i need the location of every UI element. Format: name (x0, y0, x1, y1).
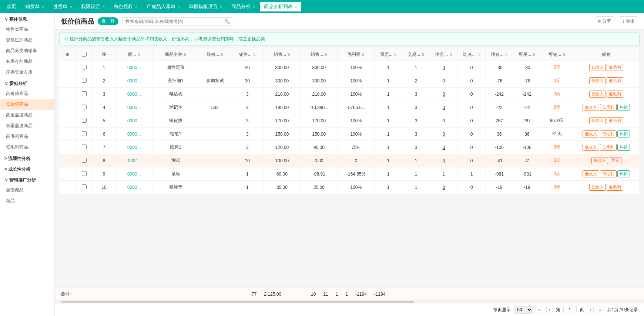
prev-page-button[interactable]: ‹ (546, 306, 553, 313)
th-stock2[interactable]: 可用... ⇅ (513, 48, 541, 61)
browse1-value[interactable]: 0 (443, 145, 445, 150)
cell-checkbox[interactable] (76, 101, 93, 114)
close-role-icon[interactable]: × (135, 4, 137, 9)
th-sales2[interactable]: 销售... ⇅ (264, 48, 301, 61)
select-all-checkbox[interactable] (82, 52, 87, 57)
last-page-button[interactable]: » (597, 306, 604, 313)
th-trade[interactable]: 交易... ⇅ (402, 48, 430, 61)
per-page-select[interactable]: 50 100 (514, 306, 533, 314)
browse1-value[interactable]: 0 (443, 105, 445, 110)
cell-checkbox[interactable] (76, 128, 93, 141)
cell-code[interactable]: 0000... (115, 167, 152, 181)
sidebar-item-new-products[interactable]: 新品 (0, 196, 54, 206)
th-margin[interactable]: 毛利率 ⇅ (338, 48, 375, 61)
sidebar-item-sales-products[interactable]: 销售类商品 (0, 24, 54, 35)
sidebar-item-traded-products[interactable]: 交易过的商品 (0, 35, 54, 45)
cell-checkbox[interactable] (76, 141, 93, 154)
row-checkbox[interactable] (82, 171, 87, 176)
sidebar-section-overall[interactable]: ∨ 整体信息 (0, 13, 54, 24)
browse1-value[interactable]: 0 (443, 92, 445, 97)
close-product-in-icon[interactable]: × (178, 4, 180, 9)
browse1-value[interactable]: 0 (443, 132, 445, 137)
nav-sales[interactable]: 销货单 × (21, 2, 48, 11)
cell-checkbox[interactable] (76, 74, 93, 88)
sidebar-item-high-coverage[interactable]: 高覆盖度商品 (0, 110, 54, 120)
th-stock3[interactable]: 可销... ⇅ (541, 48, 573, 61)
cell-code[interactable]: 0000... (115, 74, 152, 88)
sidebar-item-low-value[interactable]: 低价值商品 (0, 99, 54, 110)
nav-role[interactable]: 角色授权 × (110, 2, 141, 11)
sidebar-item-high-margin[interactable]: 高毛利商品 (0, 131, 54, 142)
row-checkbox[interactable] (82, 131, 87, 136)
export-button[interactable]: ↓ 导出 (619, 16, 638, 26)
cell-code[interactable]: 0000... (115, 114, 152, 128)
cell-code[interactable]: 0002... (115, 181, 152, 194)
sidebar-section-growth[interactable]: > 成长性分析 (0, 163, 54, 174)
th-sales1[interactable]: 销售... ⇅ (231, 48, 264, 61)
nav-analysis-list[interactable]: 商品分析列表 × (260, 2, 301, 11)
browse1-value[interactable]: 0 (443, 185, 445, 190)
close-template-icon[interactable]: × (220, 4, 222, 9)
cell-checkbox[interactable] (76, 167, 93, 181)
th-sales3[interactable]: 销售... ⇅ (301, 48, 338, 61)
row-checkbox[interactable] (82, 184, 87, 189)
sidebar-item-category-rate[interactable]: 商品分类助销率 (0, 45, 54, 56)
cell-browse1[interactable]: 0 (430, 141, 458, 154)
sidebar-item-low-coverage[interactable]: 低覆盖度商品 (0, 120, 54, 131)
cell-checkbox[interactable] (76, 61, 93, 74)
cell-browse1[interactable]: 0 (430, 74, 458, 88)
cell-browse1[interactable]: 1 (430, 167, 458, 181)
row-checkbox[interactable] (82, 158, 87, 163)
cell-browse1[interactable]: 0 (430, 101, 458, 114)
nav-home[interactable]: 首页 (3, 2, 20, 11)
browse1-value[interactable]: 0 (443, 65, 445, 70)
nav-permission[interactable]: 权限设置 × (77, 2, 108, 11)
browse1-value[interactable]: 0 (443, 118, 445, 123)
th-checkbox[interactable] (76, 48, 93, 61)
row-checkbox[interactable] (82, 145, 87, 149)
close-analysis-list-icon[interactable]: × (295, 4, 297, 9)
nav-product-in[interactable]: 产成品入库单 × (143, 2, 184, 11)
th-stock1[interactable]: 现有... ⇅ (485, 48, 513, 61)
th-browse1[interactable]: 浏览... ⇅ (430, 48, 458, 61)
sidebar-item-high-value[interactable]: 高价值商品 (0, 88, 54, 99)
browse1-value[interactable]: 0 (443, 158, 445, 163)
cell-browse1[interactable]: 0 (430, 154, 458, 167)
next-page-button[interactable]: › (587, 306, 594, 313)
th-spec[interactable]: 规格... ⇅ (199, 48, 231, 61)
sidebar-item-stock-capital[interactable]: 库存资金占用 (0, 67, 54, 78)
cell-code[interactable]: 0000... (115, 141, 152, 154)
cell-browse1[interactable]: 0 (430, 128, 458, 141)
close-permission-icon[interactable]: × (103, 4, 105, 9)
cell-checkbox[interactable] (76, 114, 93, 128)
cell-checkbox[interactable] (76, 88, 93, 101)
sidebar-section-marketing[interactable]: ∨ 营销推广分析 (0, 174, 54, 185)
th-coverage[interactable]: 覆盖... ⇅ (375, 48, 402, 61)
cell-checkbox[interactable] (76, 181, 93, 194)
cell-code[interactable]: 0000... (115, 88, 152, 101)
sidebar-section-flow[interactable]: > 流通性分析 (0, 153, 54, 163)
nav-template[interactable]: 单据模板设置 × (185, 2, 226, 11)
th-settings[interactable]: ⚙ (59, 48, 76, 61)
search-icon[interactable]: 🔍 (224, 19, 230, 24)
cell-browse1[interactable]: 0 (430, 61, 458, 74)
page-input[interactable] (563, 306, 577, 313)
sidebar-item-all-products[interactable]: 全部商品 (0, 185, 54, 196)
browse1-value[interactable]: 1 (443, 171, 445, 177)
th-name[interactable]: 商品名称 ⇅ (152, 48, 199, 61)
nav-analysis[interactable]: 商品分析 × (228, 2, 259, 11)
period-button[interactable]: 近一月 (98, 17, 118, 25)
share-button[interactable]: ⎘ 分享 (595, 16, 614, 26)
row-checkbox[interactable] (82, 78, 87, 83)
th-browse2[interactable]: 浏览... ⇅ (458, 48, 486, 61)
sidebar-item-stock-products[interactable]: 有库存的商品 (0, 56, 54, 67)
sidebar-item-low-margin[interactable]: 低毛利商品 (0, 142, 54, 153)
th-code[interactable]: 商... ⇅ (115, 48, 152, 61)
close-analysis-icon[interactable]: × (253, 4, 255, 9)
first-page-button[interactable]: « (536, 306, 543, 313)
cell-browse1[interactable]: 0 (430, 88, 458, 101)
row-checkbox[interactable] (82, 65, 87, 69)
cell-browse1[interactable]: 0 (430, 181, 458, 194)
cell-code[interactable]: 000/... (115, 154, 152, 167)
row-checkbox[interactable] (82, 105, 87, 109)
